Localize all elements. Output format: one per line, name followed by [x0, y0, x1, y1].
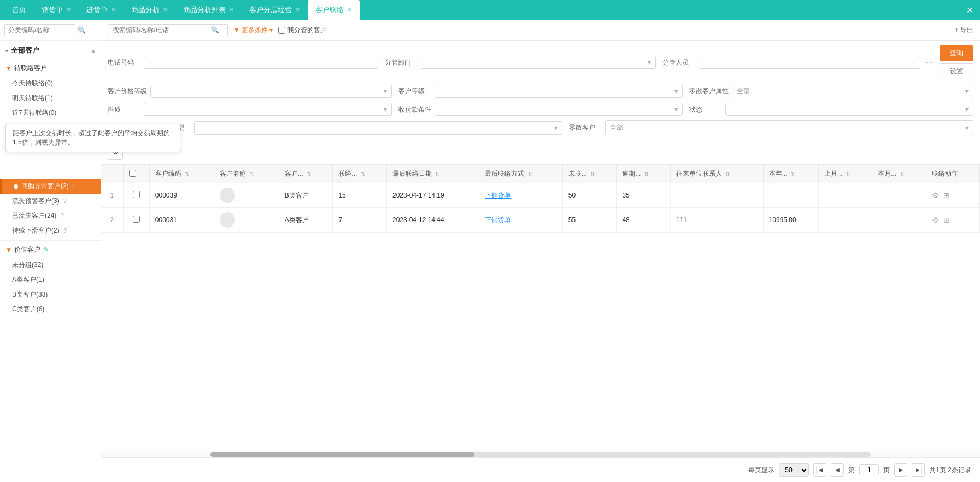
my-customers-checkbox[interactable]	[278, 27, 285, 34]
toolbar: 🔍 ▼ 更多条件 我分管的客户 ↑ 导出	[101, 20, 980, 41]
col-contact[interactable]: 联络... ⇅	[333, 165, 387, 183]
price-level-select[interactable]: ▾	[150, 85, 392, 98]
search-icon[interactable]: 🔍	[211, 26, 219, 34]
sidebar-item-7days[interactable]: 近7天待联络(0)	[0, 106, 101, 120]
per-page-label: 每页显示	[748, 466, 774, 475]
total-info: 共1页 2条记录	[929, 466, 971, 475]
sidebar-search-icon[interactable]: 🔍	[78, 26, 86, 34]
nature-select[interactable]: ▾	[144, 103, 392, 116]
col-name[interactable]: 客户名称 ⇅	[214, 165, 279, 183]
close-customer-contact-icon[interactable]: ✕	[347, 7, 352, 14]
sidebar-item-a[interactable]: A类客户(1)	[0, 272, 101, 287]
customer-level-chevron-icon: ▾	[674, 88, 678, 95]
col-actions: 联络动作	[926, 165, 979, 183]
first-page-button[interactable]: |◄	[813, 463, 826, 477]
scatter-label: 零散客户	[569, 123, 602, 132]
export-button[interactable]: ↑ 导出	[955, 26, 973, 35]
value-group[interactable]: ▼ 价值客户 ✎	[0, 240, 101, 258]
settings-button[interactable]: 设置	[940, 63, 973, 79]
nav-customer-contact[interactable]: 客户联络 ✕	[308, 0, 360, 20]
prev-page-button[interactable]: ◄	[831, 463, 844, 477]
manager-input[interactable]	[699, 56, 920, 69]
row1-this-year	[763, 183, 818, 208]
row2-grid-icon[interactable]: ⊞	[943, 216, 950, 224]
col-type[interactable]: 客户... ⇅	[279, 165, 333, 183]
table-header-row: 客户编码 ⇅ 客户名称 ⇅ 客户... ⇅ 联络...	[101, 165, 980, 183]
close-sales-icon[interactable]: ✕	[66, 7, 71, 14]
pagination: 每页显示 50 100 200 |◄ ◄ 第 页 ► ►| 共1页 2条记录	[101, 457, 980, 482]
customer-type-select[interactable]: ▾	[194, 121, 562, 135]
last-page-button[interactable]: ►|	[912, 463, 925, 477]
sidebar-item-b[interactable]: B类客户(33)	[0, 287, 101, 302]
question-icon-loss: ?	[63, 198, 67, 204]
col-overdue[interactable]: 逾期... ⇅	[617, 165, 671, 183]
scatter-select[interactable]: 全部 ▾	[605, 120, 973, 135]
row2-contact: 7	[333, 208, 387, 233]
sidebar-item-declining[interactable]: 持续下滑客户(2) ?	[0, 223, 101, 238]
close-purchase-icon[interactable]: ✕	[111, 7, 116, 14]
more-conditions-button[interactable]: ▼ 更多条件	[233, 26, 273, 35]
row1-grid-icon[interactable]: ⊞	[943, 191, 950, 200]
manager-dots-icon[interactable]: ···	[926, 59, 933, 66]
close-product-analysis-icon[interactable]: ✕	[163, 7, 168, 14]
status-select[interactable]: ▾	[725, 103, 973, 116]
row1-check[interactable]	[133, 191, 140, 198]
sidebar-item-loss-warning[interactable]: 流失预警客户(3) ?	[0, 194, 101, 208]
col-this-year[interactable]: 本年... ⇅	[763, 165, 818, 183]
col-last-method[interactable]: 最后联络方式 ⇅	[479, 165, 563, 183]
value-group-edit-icon[interactable]: ✎	[44, 246, 49, 253]
next-page-button[interactable]: ►	[894, 463, 907, 477]
nav-customer-tier[interactable]: 客户分层经营 ✕	[242, 0, 308, 20]
contact-sort-icon: ⇅	[361, 171, 365, 177]
nav-sales[interactable]: 销货单 ✕	[34, 0, 79, 20]
payment-select[interactable]: ▾	[435, 103, 683, 116]
close-product-list-icon[interactable]: ✕	[229, 7, 234, 14]
search-input[interactable]	[113, 26, 211, 34]
col-uncontacted[interactable]: 未联... ⇅	[562, 165, 617, 183]
col-last-month[interactable]: 上月... ⇅	[818, 165, 872, 183]
nav-close-all-button[interactable]: ✕	[966, 5, 973, 15]
nature-label: 性质	[108, 105, 140, 114]
select-all-checkbox[interactable]	[129, 170, 136, 177]
sidebar-collapse-button[interactable]: «	[91, 47, 95, 55]
sidebar-search-area: 🔍	[0, 20, 101, 41]
per-page-select[interactable]: 50 100 200	[779, 463, 809, 477]
col-unit-contact[interactable]: 往来单位联系人 ⇅	[671, 165, 764, 183]
nav-product-list[interactable]: 商品分析列表 ✕	[175, 0, 242, 20]
row2-link-icon[interactable]: ⚙	[932, 216, 939, 224]
sidebar-item-ungroup[interactable]: 未分组(32)	[0, 258, 101, 272]
sidebar-item-repurchase[interactable]: 回购异常客户(2) ?	[0, 179, 101, 194]
pending-group[interactable]: ▼ 待联络客户	[0, 60, 101, 76]
col-code[interactable]: 客户编码 ⇅	[149, 165, 214, 183]
table-area: ⚙ 客户编码 ⇅ 客户名称 ⇅	[101, 140, 980, 482]
row2-check[interactable]	[133, 216, 140, 223]
nav-product-analysis[interactable]: 商品分析 ✕	[124, 0, 175, 20]
row2-checkbox	[123, 208, 149, 233]
sidebar-item-lost[interactable]: 已流失客户(24) ?	[0, 208, 101, 223]
customer-level-select[interactable]: ▾	[435, 85, 683, 98]
nav-purchase[interactable]: 进货单 ✕	[79, 0, 124, 20]
horizontal-scrollbar[interactable]	[101, 451, 980, 457]
page-number-input[interactable]	[859, 464, 879, 475]
all-customers-header[interactable]: ▪ 全部客户 «	[0, 41, 101, 60]
export-icon: ↑	[955, 26, 958, 34]
filter-customer-level: 客户等级 ▾	[398, 85, 683, 98]
dept-select[interactable]: ▾	[421, 56, 655, 69]
sidebar-item-today[interactable]: 今天待联络(0)	[0, 76, 101, 91]
sidebar-item-c[interactable]: C类客户(6)	[0, 302, 101, 317]
sidebar: 🔍 ▪ 全部客户 « ▼ 待联络客户 今天待联络(0) 明天待联络(1) 近7天…	[0, 20, 101, 482]
col-this-month[interactable]: 本月... ⇅	[872, 165, 926, 183]
nav-home[interactable]: 首页	[4, 0, 34, 20]
col-index	[101, 165, 123, 183]
row1-index: 1	[101, 183, 123, 208]
query-button[interactable]: 查询	[940, 45, 973, 61]
row1-link-icon[interactable]: ⚙	[932, 191, 939, 200]
phone-input[interactable]	[144, 56, 378, 69]
sidebar-search-input[interactable]	[4, 24, 75, 36]
close-customer-tier-icon[interactable]: ✕	[295, 7, 300, 14]
sidebar-item-tomorrow[interactable]: 明天待联络(1)	[0, 91, 101, 106]
scatter-attr-select[interactable]: 全部 ▾	[732, 84, 973, 98]
question-icon-declining: ?	[63, 227, 67, 234]
col-last-date[interactable]: 最后联络日期 ⇅	[386, 165, 479, 183]
row2-unit-contact: 111	[671, 208, 764, 233]
